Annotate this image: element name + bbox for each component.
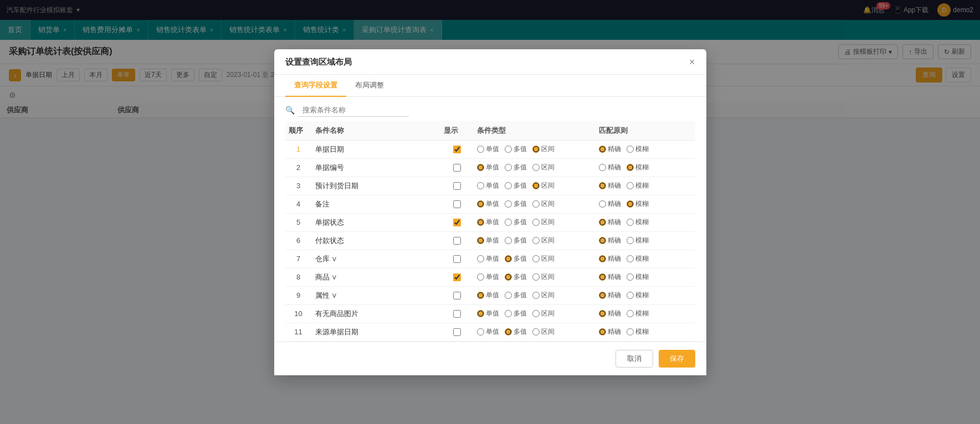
modal-overlay: 设置查询区域布局 × 查询字段设置 布局调整 🔍 顺序 条件名称 显示 条件类型	[0, 0, 980, 118]
search-input[interactable]	[298, 104, 409, 117]
settings-dialog: 设置查询区域布局 × 查询字段设置 布局调整 🔍 顺序 条件名称 显示 条件类型	[274, 49, 706, 119]
dialog-title: 设置查询区域布局	[285, 57, 352, 68]
dialog-close-button[interactable]: ×	[689, 57, 695, 67]
dialog-tab-layout[interactable]: 布局调整	[346, 75, 393, 97]
dialog-tab-fields[interactable]: 查询字段设置	[285, 75, 346, 97]
dialog-header: 设置查询区域布局 ×	[274, 49, 706, 75]
search-icon: 🔍	[285, 106, 295, 115]
dialog-search-area: 🔍	[274, 97, 706, 119]
dialog-tabs: 查询字段设置 布局调整	[274, 75, 706, 97]
